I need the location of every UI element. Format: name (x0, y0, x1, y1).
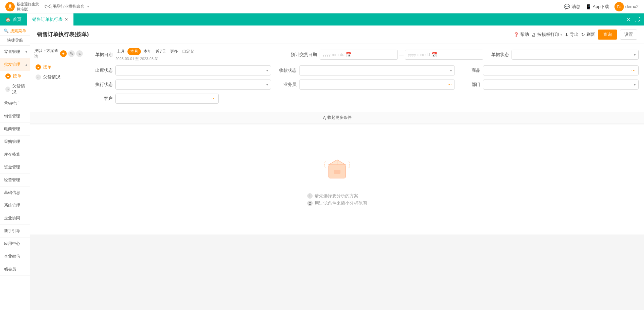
sidebar-item-base-info[interactable]: 基础信息 (0, 187, 30, 199)
expected-date-label: 预计交货日期 (291, 52, 317, 58)
dept-select[interactable]: ▾ (483, 80, 639, 90)
scheme-backorder-icon: ○ (36, 74, 41, 80)
user-profile[interactable]: Ea demo2 (614, 2, 639, 11)
field-payment-status: 收款状态 ▾ (276, 65, 455, 75)
doc-date-label: 单据日期 (93, 52, 113, 58)
export-btn[interactable]: ⬇ 导出 (565, 32, 579, 38)
doc-status-label: 单据状态 (489, 52, 509, 58)
product-dots-icon[interactable]: ··· (631, 68, 636, 73)
settings-btn[interactable]: 设置 (620, 30, 637, 40)
tab-close-icon[interactable]: ✕ (65, 17, 68, 22)
message-icon: 💬 (564, 4, 570, 10)
nav-dropdown-icon[interactable]: ▾ (87, 4, 89, 9)
content-area: 销售订单执行表(按单) ❓ 帮助 🖨 按模板打印 ▾ ⬇ 导出 ↻ 刷新 (30, 25, 644, 310)
svg-point-0 (9, 4, 11, 7)
scheme-item-by-order[interactable]: ● 按单 (33, 62, 84, 72)
date-btn-more[interactable]: 更多 (169, 48, 179, 55)
query-btn[interactable]: 查询 (598, 30, 617, 40)
sidebar-item-new-user[interactable]: 新手引导 (0, 225, 30, 238)
sidebar-item-purchase[interactable]: 采购管理 (0, 136, 30, 148)
filter-row-4: 客户 ··· (93, 94, 639, 104)
sidebar-item-ecommerce[interactable]: 电商管理 (0, 123, 30, 136)
refresh-icon: ↻ (581, 32, 585, 37)
sidebar-item-finance[interactable]: 资金管理 (0, 161, 30, 174)
date-btn-custom[interactable]: 自定义 (181, 48, 196, 55)
expected-date-to[interactable]: yyyy-mm-dd 📅 (405, 50, 483, 60)
page-actions: ❓ 帮助 🖨 按模板打印 ▾ ⬇ 导出 ↻ 刷新 查询 设置 (514, 30, 637, 40)
collapse-up-icon: ⋀ (323, 115, 326, 120)
message-action[interactable]: 💬 消息 (564, 4, 580, 10)
svg-rect-4 (334, 170, 340, 174)
collapse-scheme-btn[interactable]: « (76, 50, 83, 57)
help-btn[interactable]: ❓ 帮助 (514, 32, 529, 38)
field-salesperson: 业务员 ··· (276, 80, 455, 90)
avatar: Ea (614, 2, 624, 11)
filter-left-actions: + ✎ « (60, 50, 83, 57)
scheme-by-order-icon: ● (36, 64, 41, 70)
exec-status-label: 执行状态 (93, 82, 113, 88)
sidebar-item-wholesale[interactable]: 批发管理 ▴ (0, 58, 30, 71)
filter-row-3: 执行状态 ▾ 业务员 ··· (93, 80, 639, 90)
customer-select[interactable]: ··· (115, 94, 219, 104)
sidebar-item-sales-mgmt[interactable]: 销售管理 (0, 110, 30, 123)
empty-tip-2: 2 用过滤条件来缩小分析范围 (307, 200, 367, 206)
field-expected-date: 预计交货日期 yyyy-mm-dd 📅 — yyyy-mm-dd 📅 (291, 50, 484, 60)
payment-status-select[interactable]: ▾ (299, 65, 455, 75)
sidebar-item-enterprise-wechat[interactable]: 企业微信 (0, 250, 30, 263)
sidebar-search[interactable]: 🔍 搜索菜单 (0, 25, 30, 36)
empty-tip-1: 1 请先选择要分析的方案 (307, 193, 367, 199)
sidebar-item-enterprise-collab[interactable]: 企业协同 (0, 212, 30, 225)
sidebar-item-marketing[interactable]: 营销推广 (0, 97, 30, 110)
backorder-scheme-icon: ○ (5, 87, 10, 92)
add-scheme-btn[interactable]: + (60, 50, 67, 57)
app-download-icon: 📱 (586, 4, 591, 9)
date-btn-last-month[interactable]: 上月 (115, 48, 126, 55)
field-product: 商品 ··· (460, 65, 639, 75)
cal-from-icon: 📅 (346, 52, 352, 57)
filter-scheme-title: 按以下方案查询 (34, 48, 60, 59)
cal-to-icon: 📅 (431, 52, 437, 57)
product-select[interactable]: ··· (483, 65, 639, 75)
tab-expand-icon[interactable]: ⛶ (633, 15, 641, 24)
sidebar-item-inventory[interactable]: 库存核算 (0, 148, 30, 161)
date-btn-7days[interactable]: 近7天 (154, 48, 167, 55)
doc-status-select[interactable]: ▾ (512, 50, 639, 60)
sidebar-item-system[interactable]: 系统管理 (0, 199, 30, 212)
filter-left-panel: 按以下方案查询 + ✎ « ● 按单 ○ 欠货情况 (30, 44, 87, 112)
refresh-btn[interactable]: ↻ 刷新 (581, 32, 595, 38)
date-btn-this-month[interactable]: 本月 (127, 48, 141, 55)
customer-dots-icon[interactable]: ··· (211, 96, 216, 101)
date-btn-this-year[interactable]: 本年 (142, 48, 153, 55)
expected-date-range: yyyy-mm-dd 📅 — yyyy-mm-dd 📅 (320, 50, 484, 60)
filter-sidebar: 按以下方案查询 + ✎ « ● 按单 ○ 欠货情况 (30, 44, 644, 112)
page-title: 销售订单执行表(按单) (37, 31, 89, 38)
sidebar-item-operations[interactable]: 经营管理 (0, 174, 30, 187)
nav-label[interactable]: 办公用品行业模拟账套 (44, 4, 85, 9)
salesperson-select[interactable]: ··· (299, 80, 455, 90)
sidebar-item-app-center[interactable]: 应用中心 (0, 238, 30, 250)
sub-item-by-order[interactable]: ● 按单 (0, 71, 30, 81)
delivery-status-select[interactable]: ▾ (115, 65, 271, 75)
scheme-item-backorder-status[interactable]: ○ 欠货情况 (33, 72, 84, 82)
salesperson-label: 业务员 (276, 82, 297, 88)
collapse-bar[interactable]: ⋀ 收起更多条件 (30, 112, 644, 123)
sidebar-quick-nav[interactable]: 快捷导航 (0, 36, 30, 46)
expected-date-from[interactable]: yyyy-mm-dd 📅 (320, 50, 398, 60)
search-icon: 🔍 (4, 29, 9, 33)
filter-left-header: 按以下方案查询 + ✎ « (33, 48, 84, 59)
edit-scheme-btn[interactable]: ✎ (68, 50, 75, 57)
sub-item-backorder[interactable]: ○ 欠货情况 (0, 81, 30, 97)
by-order-scheme-icon: ● (5, 73, 11, 79)
tab-bar: 🏠 首页 销售订单执行表 ✕ ✕ ⛶ (0, 13, 644, 25)
app-download-action[interactable]: 📱 App下载 (586, 4, 609, 10)
sidebar-item-retail[interactable]: 零售管理 ▾ (0, 46, 30, 58)
salesperson-dots-icon[interactable]: ··· (447, 82, 452, 87)
tab-sales-order[interactable]: 销售订单执行表 ✕ (27, 13, 73, 25)
tab-close-window-icon[interactable]: ✕ (625, 15, 632, 24)
logo-area[interactable]: 畅捷通好生意 标准版 (5, 2, 39, 11)
sidebar-item-member[interactable]: 畅会员 (0, 263, 30, 276)
tab-home[interactable]: 🏠 首页 (0, 13, 27, 25)
empty-state-illustration (320, 151, 354, 185)
print-btn[interactable]: 🖨 按模板打印 ▾ (532, 32, 562, 38)
exec-status-select[interactable]: ▾ (115, 80, 271, 90)
